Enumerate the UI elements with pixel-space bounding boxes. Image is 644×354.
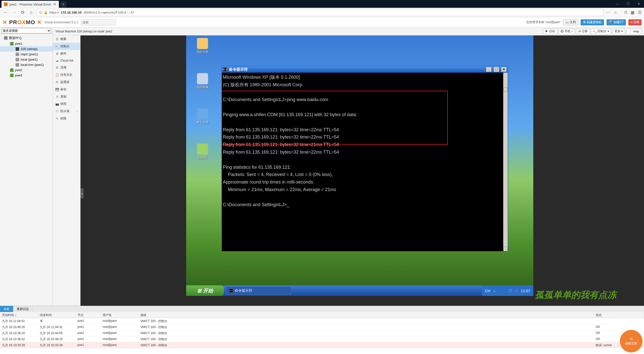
back-button[interactable]: ← [3,10,9,16]
tab-replication[interactable]: ⎘复制 [53,93,80,100]
tree-datacenter[interactable]: 数据中心 [0,35,53,41]
url-input[interactable]: ⓘ 🔒 https://172.16.100.10:8006/#v1:0:=qe… [37,9,603,16]
cmd-output[interactable]: Microsoft Windows XP [版本 5.1.2600] (C) 版… [222,73,508,251]
console-button[interactable]: >_ 控制台 ▾ [591,29,611,34]
clock[interactable]: 11:07 [521,289,530,293]
xp-desktop[interactable]: 我的文档 我的电脑 网上邻居 回收站 C:\ 命令提示符 _ □ ✕ [186,35,533,296]
proxmox-favicon [4,3,8,6]
start-button[interactable]: ⊞开始 [186,285,224,296]
breadcrumb-toolbar: Virtual Machine 100 (winxp) on node 'pve… [53,27,644,35]
desktop-icon-mycomputer[interactable]: 我的电脑 [194,73,211,90]
ime-options-icon[interactable]: ⌄ [493,288,496,293]
view-selector[interactable]: 服务器视图 [0,27,53,34]
library-icon[interactable]: ⎙ [625,10,627,15]
help-button[interactable]: ❔ Help [626,29,641,34]
start-button[interactable]: ▶ 启动 [543,29,557,34]
menu-icon[interactable]: ☰ [638,10,641,15]
view-select-dropdown[interactable]: 服务器视图 [2,28,51,33]
table-row[interactable]: 九月 16 10:49:26九月 16 11:04:31pve1root@pam… [0,324,644,330]
cmd-window[interactable]: C:\ 命令提示符 _ □ ✕ Microsoft Windows XP [版本… [221,66,508,252]
tab-monitor[interactable]: 👁监视器 [53,78,80,86]
cmd-min-button[interactable]: _ [486,67,492,72]
page-actions-icon[interactable]: ⋯ [606,10,610,15]
cmd-close-button[interactable]: ✕ [501,67,507,72]
url-prefix: https:// [49,11,59,14]
tab-snapshot[interactable]: 📷快照 [53,100,80,108]
logo-x-icon: ✕ [3,19,9,25]
lock-icon[interactable]: 🔒 [44,11,48,14]
tab-summary[interactable]: ☰概要 [53,35,80,43]
tree-storage-ceph[interactable]: ceph (pve1) [0,52,53,57]
tab-permissions[interactable]: ✎权限 [53,115,80,122]
console-icon: >_ [55,45,59,48]
new-tab-button[interactable]: + [60,2,66,8]
gear-icon: ⚙ [55,66,59,69]
novnc-expand-handle[interactable]: ▸ [80,188,84,198]
ime-indicator[interactable]: CH [485,289,491,293]
table-row[interactable]: 九月 16 11:04:51🖥pve1root@pamVM/CT 100 - 控… [0,318,644,324]
col-end[interactable]: 结束时间 [38,312,75,318]
task-log-panel: 任务 集群日志 开始时间 ↓ 结束时间 节点 用户名 描述 状态 九月 16 1… [0,306,644,354]
tree-node-pve2[interactable]: pve2 [0,67,53,73]
tree-storage-local[interactable]: local (pve1) [0,57,53,62]
recycle-icon [197,144,208,155]
system-tray[interactable]: CH ⌄ 🛡 ⚠ 11:07 [482,285,533,296]
logout-button[interactable]: ⎋ 注销 [628,19,641,25]
migrate-button[interactable]: ⇄ 迁移 [576,29,590,34]
tree-node-pve3[interactable]: pve3 [0,73,53,78]
shutdown-button[interactable]: ⏻ 关机 ▾ [558,29,575,34]
col-desc[interactable]: 描述 [138,312,594,318]
col-status[interactable]: 状态 [594,312,644,318]
cmd-scrollbar[interactable]: ▲ ▼ [503,73,508,251]
tray-alert-icon[interactable]: ⚠ [515,288,518,293]
window-min-button[interactable]: — [612,0,623,8]
cloud-icon: ☁ [55,59,59,62]
cmd-max-button[interactable]: □ [494,67,499,72]
firewall-icon: 🛡 [55,110,59,113]
table-row[interactable]: 九月 16 10:36:32九月 16 10:38:15pve1root@pam… [0,336,644,342]
desktop-icon-recycle[interactable]: 回收站 [194,144,211,160]
more-button[interactable]: 更多 ▾ [612,29,625,34]
proxmox-logo[interactable]: ✕ PROXMO ✕ [3,19,42,26]
cmd-titlebar[interactable]: C:\ 命令提示符 _ □ ✕ [222,66,508,73]
browser-tab[interactable]: pve1 - Proxmox Virtual Envir ✕ [2,1,59,8]
tab-hardware[interactable]: 🖥硬件 [53,50,80,57]
col-node[interactable]: 节点 [75,312,101,318]
col-start[interactable]: 开始时间 ↓ [0,312,38,318]
home-button[interactable]: ⌂ [28,10,34,16]
scroll-down-icon[interactable]: ▼ [503,247,508,251]
tree-node-pve1[interactable]: pve1 [0,41,53,46]
history-icon: 📋 [55,73,59,77]
sidebar-icon[interactable]: ▦ [631,10,634,15]
log-tab-cluster[interactable]: 集群日志 [13,306,33,312]
desktop-icon-mydocuments[interactable]: 我的文档 [194,38,211,54]
table-row[interactable]: 九月 16 10:38:18九月 16 10:44:55pve1root@pam… [0,330,644,336]
tab-options[interactable]: ⚙选项 [53,64,80,71]
window-close-button[interactable]: ✕ [633,0,644,8]
info-icon[interactable]: ⓘ [39,10,42,15]
tab-console[interactable]: >_控制台 [53,43,80,50]
taskbar-item-cmd[interactable]: C:\命令提示符 [226,287,291,295]
tab-backup[interactable]: 💾备份 [53,86,80,93]
tree-vm-100[interactable]: 100 (winxp) [0,46,53,52]
folder-icon [197,38,208,49]
tab-firewall[interactable]: 🛡防火墙 › [53,108,80,115]
docs-button[interactable]: 📖 文档 [563,19,578,25]
tab-cloudinit[interactable]: ☁Cloud-Init [53,57,80,64]
bookmark-icon[interactable]: ☆ [614,10,617,15]
window-max-button[interactable]: ☐ [623,0,633,8]
scroll-up-icon[interactable]: ▲ [503,87,508,92]
desktop-icon-network[interactable]: 网上邻居 [194,108,211,125]
reload-button[interactable]: ⟳ [20,10,26,16]
col-user[interactable]: 用户名 [101,312,138,318]
create-ct-button[interactable]: 📦 创建CT [607,19,626,25]
log-tab-tasks[interactable]: 任务 [0,306,13,312]
tray-shield-icon[interactable]: 🛡 [509,289,512,293]
tree-storage-localvm[interactable]: local-lvm (pve1) [0,62,53,67]
tab-taskhistory[interactable]: 📋任务历史 [53,71,80,78]
table-row[interactable]: 九月 16 10:33:29九月 16 10:33:39pve1root@pam… [0,342,644,348]
create-vm-button[interactable]: 🖥 创建虚拟机 [581,19,604,25]
forward-button[interactable]: → [11,10,17,16]
search-input[interactable] [81,19,116,25]
tab-close-icon[interactable]: ✕ [53,2,56,7]
